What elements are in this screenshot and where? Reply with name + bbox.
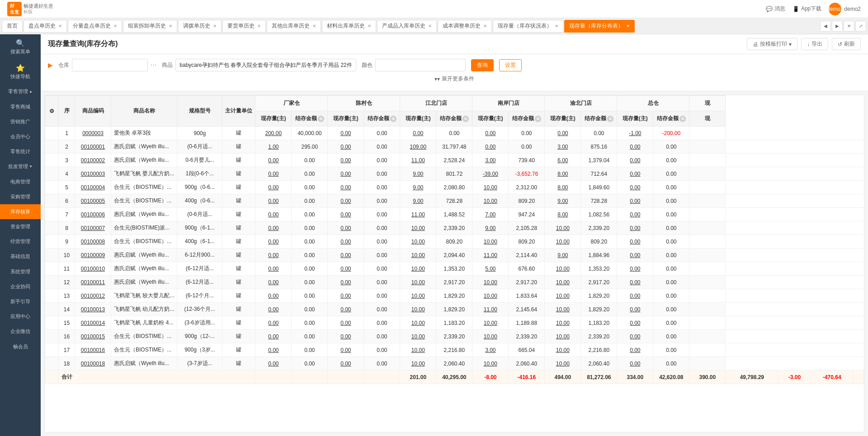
table-cell[interactable]: 0000003 — [75, 127, 111, 140]
tab-close-active[interactable]: ✕ — [626, 23, 630, 28]
table-cell[interactable]: 0.00 — [255, 276, 292, 289]
table-cell[interactable]: 2,917.20 — [509, 276, 545, 289]
table-cell[interactable]: 0.00 — [292, 235, 328, 248]
table-cell[interactable]: 0.00 — [328, 221, 364, 235]
table-cell[interactable]: 2,060.40 — [509, 357, 545, 370]
sidebar-item-apps[interactable]: 应用中心 — [0, 309, 41, 324]
table-cell[interactable]: 罐 — [222, 303, 255, 316]
table-cell[interactable]: 1,353.20 — [436, 262, 472, 276]
tab-expand-btn[interactable]: ⤢ — [855, 21, 866, 32]
table-cell[interactable]: 809.20 — [509, 235, 545, 248]
sidebar-item-wework[interactable]: 企业微信 — [0, 324, 41, 339]
table-cell[interactable]: 0.00 — [364, 330, 400, 343]
info-icon[interactable]: ① — [462, 116, 469, 122]
table-cell[interactable]: 9.00 — [545, 248, 581, 262]
tab-requisition[interactable]: 要货单历史 ✕ — [222, 20, 266, 33]
info-icon[interactable]: ① — [607, 116, 613, 122]
table-cell[interactable]: 10.00 — [400, 221, 436, 235]
table-cell[interactable]: 10.00 — [400, 330, 436, 343]
tab-close[interactable]: ✕ — [58, 23, 62, 28]
table-cell[interactable]: 40,000.00 — [292, 127, 328, 140]
table-cell[interactable]: 0.00 — [364, 248, 400, 262]
table-cell[interactable]: 2,339.20 — [436, 221, 472, 235]
table-cell[interactable]: 飞鹤星飞帆 婴儿配方奶... — [111, 167, 177, 181]
table-cell[interactable]: 00100015 — [75, 330, 111, 343]
table-cell[interactable]: 10.00 — [400, 357, 436, 370]
table-cell[interactable]: 0.00 — [255, 262, 292, 276]
table-cell[interactable]: 0.00 — [292, 357, 328, 370]
export-btn[interactable]: ↓ 导出 — [801, 38, 828, 50]
table-cell[interactable]: 0.00 — [364, 262, 400, 276]
table-cell[interactable]: 5.00 — [472, 262, 509, 276]
table-cell[interactable]: 00100008 — [75, 235, 111, 248]
table-cell[interactable]: 0.00 — [364, 181, 400, 194]
table-cell[interactable]: 0.00 — [328, 194, 364, 208]
table-cell[interactable]: 1,829.20 — [436, 289, 472, 303]
table-cell[interactable]: 8.00 — [545, 181, 581, 194]
table-cell[interactable]: 0.00 — [364, 303, 400, 316]
table-cell[interactable]: 10.00 — [472, 357, 509, 370]
table-cell[interactable]: (3-6岁适用... — [177, 316, 222, 330]
table-cell[interactable]: 00100004 — [75, 181, 111, 194]
table-cell[interactable]: 0.00 — [364, 357, 400, 370]
table-cell[interactable]: 罐 — [222, 154, 255, 167]
table-cell[interactable]: 1,829.20 — [436, 303, 472, 316]
table-cell[interactable]: 0.00 — [364, 316, 400, 330]
table-cell[interactable]: 9.00 — [545, 194, 581, 208]
table-cell[interactable]: 900g（12-... — [177, 330, 222, 343]
table-cell[interactable]: 00100013 — [75, 303, 111, 316]
table-cell[interactable]: 1,488.52 — [436, 208, 472, 221]
table-cell[interactable]: 0.00 — [292, 208, 328, 221]
table-cell[interactable]: 00100005 — [75, 194, 111, 208]
table-cell[interactable]: 罐 — [222, 221, 255, 235]
tab-stock-status[interactable]: 现存量（库存状况表） ✕ — [493, 20, 563, 33]
table-cell[interactable]: 10.00 — [545, 289, 581, 303]
tab-other-out[interactable]: 其他出库单历史 ✕ — [267, 20, 321, 33]
table-cell[interactable]: 10.00 — [400, 303, 436, 316]
settings-btn[interactable]: 设置 — [499, 59, 522, 71]
table-cell[interactable]: 2,339.20 — [509, 330, 545, 343]
table-cell[interactable]: 10.00 — [545, 357, 581, 370]
table-cell[interactable]: 合生元(BIOSTIME)派... — [111, 221, 177, 235]
table-cell[interactable]: 合生元（BIOSTIME）... — [111, 194, 177, 208]
table-cell[interactable]: 3.00 — [472, 154, 509, 167]
table-cell[interactable]: 0.00 — [292, 154, 328, 167]
table-cell[interactable]: 400g（0-6... — [177, 194, 222, 208]
table-cell[interactable]: 0.00 — [328, 235, 364, 248]
table-cell[interactable]: 合生元（BIOSTIME）... — [111, 343, 177, 357]
table-cell[interactable]: 0.00 — [328, 140, 364, 154]
table-cell[interactable]: 合生元（BIOSTIME）... — [111, 181, 177, 194]
table-cell[interactable]: 0.00 — [292, 167, 328, 181]
table-cell[interactable]: 00100007 — [75, 221, 111, 235]
sidebar-item-members[interactable]: 畅会员 — [0, 339, 41, 354]
table-cell[interactable]: 10.00 — [472, 194, 509, 208]
table-cell[interactable]: 2,339.20 — [436, 330, 472, 343]
sidebar-item-marketing[interactable]: 营销推广 — [0, 114, 41, 129]
tab-sub-inventory[interactable]: 分量盘点单历史 ✕ — [68, 20, 122, 33]
table-cell[interactable]: 0.00 — [364, 167, 400, 181]
table-cell[interactable]: 00100006 — [75, 208, 111, 221]
table-cell[interactable]: 0.00 — [292, 262, 328, 276]
table-cell[interactable]: 900g — [177, 127, 222, 140]
table-cell[interactable]: 0.00 — [328, 276, 364, 289]
table-cell[interactable]: 0.00 — [328, 357, 364, 370]
table-cell[interactable]: 200.00 — [255, 127, 292, 140]
table-cell[interactable]: 809.20 — [509, 194, 545, 208]
table-cell[interactable]: 8.00 — [545, 167, 581, 181]
table-cell[interactable]: 10.00 — [472, 289, 509, 303]
table-cell[interactable]: 900g（3岁... — [177, 343, 222, 357]
tab-next-btn[interactable]: ▶ — [832, 21, 843, 32]
table-cell[interactable]: 飞鹤星飞帆 儿童奶粉 4... — [111, 316, 177, 330]
table-cell[interactable]: 惠氏启赋（Wyeth illu... — [111, 276, 177, 289]
tab-assembly[interactable]: 组装拆卸单历史 ✕ — [123, 20, 177, 33]
table-cell[interactable]: 1,379.04 — [581, 154, 617, 167]
table-cell[interactable]: 00100018 — [75, 357, 111, 370]
user-area[interactable]: demo2 demo2 — [829, 3, 861, 15]
info-icon[interactable]: ① — [535, 116, 541, 122]
sidebar-item-basic[interactable]: 基础信息 — [0, 249, 41, 264]
table-cell[interactable]: 00100012 — [75, 289, 111, 303]
table-cell[interactable]: 0.00 — [255, 343, 292, 357]
table-cell[interactable]: 0.00 — [509, 140, 545, 154]
sidebar-item-ecommerce[interactable]: 电商管理 — [0, 174, 41, 189]
table-cell[interactable]: 0.00 — [364, 343, 400, 357]
